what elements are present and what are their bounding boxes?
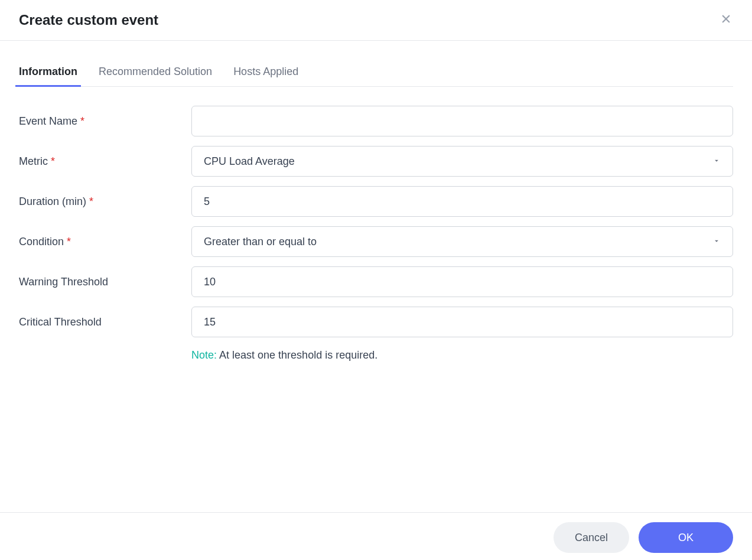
close-button[interactable] xyxy=(719,13,733,27)
metric-select[interactable]: CPU Load Average xyxy=(191,146,733,177)
label-text: Critical Threshold xyxy=(19,316,102,328)
chevron-down-icon xyxy=(712,155,721,168)
cancel-button[interactable]: Cancel xyxy=(554,522,629,553)
tab-hosts-applied[interactable]: Hosts Applied xyxy=(233,57,298,86)
select-value: Greater than or equal to xyxy=(204,236,317,248)
duration-label: Duration (min) * xyxy=(19,196,191,208)
metric-label: Metric * xyxy=(19,155,191,168)
label-text: Duration (min) xyxy=(19,196,86,207)
event-name-label: Event Name * xyxy=(19,115,191,128)
critical-threshold-input[interactable] xyxy=(191,307,733,337)
tab-recommended-solution[interactable]: Recommended Solution xyxy=(99,57,212,86)
note-message: At least one threshold is required. xyxy=(217,349,377,361)
required-marker: * xyxy=(89,196,93,207)
label-text: Condition xyxy=(19,236,64,248)
warning-threshold-label: Warning Threshold xyxy=(19,276,191,288)
threshold-note: Note: At least one threshold is required… xyxy=(191,349,377,362)
label-text: Event Name xyxy=(19,115,77,127)
label-text: Warning Threshold xyxy=(19,276,108,288)
chevron-down-icon xyxy=(712,236,721,248)
dialog-title: Create custom event xyxy=(19,12,158,28)
note-prefix: Note: xyxy=(191,349,217,361)
condition-label: Condition * xyxy=(19,236,191,248)
tab-bar: Information Recommended Solution Hosts A… xyxy=(19,57,733,87)
critical-threshold-label: Critical Threshold xyxy=(19,316,191,328)
select-value: CPU Load Average xyxy=(204,155,295,168)
label-text: Metric xyxy=(19,155,48,167)
dialog-footer: Cancel OK xyxy=(0,512,752,560)
required-marker: * xyxy=(67,236,71,248)
tab-information[interactable]: Information xyxy=(19,57,77,86)
event-name-input[interactable] xyxy=(191,106,733,136)
required-marker: * xyxy=(80,115,84,127)
form-information: Event Name * Metric * CPU Load Average xyxy=(19,106,733,362)
condition-select[interactable]: Greater than or equal to xyxy=(191,226,733,257)
required-marker: * xyxy=(51,155,55,167)
ok-button[interactable]: OK xyxy=(639,522,733,553)
close-icon xyxy=(721,14,731,27)
warning-threshold-input[interactable] xyxy=(191,266,733,297)
duration-input[interactable] xyxy=(191,186,733,217)
